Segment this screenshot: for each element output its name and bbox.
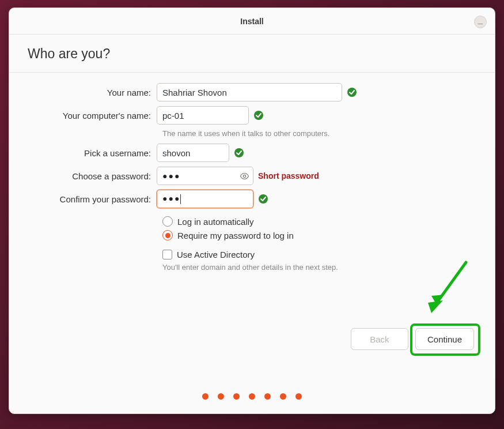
page-header: Who are you? bbox=[9, 35, 495, 73]
svg-point-2 bbox=[234, 148, 244, 157]
check-icon bbox=[258, 194, 268, 204]
confirm-password-mask: ●●● bbox=[162, 194, 249, 204]
progress-dot bbox=[249, 393, 255, 400]
show-password-icon[interactable] bbox=[239, 171, 249, 181]
password-mask: ●●● bbox=[162, 171, 237, 180]
check-icon bbox=[253, 110, 264, 121]
confirm-password-label: Confirm your password: bbox=[21, 194, 157, 204]
back-button[interactable]: Back bbox=[351, 328, 408, 350]
username-label: Pick a username: bbox=[21, 148, 157, 158]
page-title: Who are you? bbox=[28, 46, 476, 62]
radio-icon bbox=[162, 216, 173, 227]
confirm-password-input[interactable]: ●●● bbox=[157, 190, 253, 208]
login-require-radio[interactable]: Require my password to log in bbox=[162, 230, 483, 240]
login-auto-label: Log in automatically bbox=[177, 217, 254, 227]
button-row: Back Continue bbox=[351, 328, 474, 350]
checkbox-icon bbox=[162, 250, 172, 259]
progress-dot bbox=[264, 393, 271, 400]
computer-name-help: The name it uses when it talks to other … bbox=[162, 129, 483, 138]
computer-name-label: Your computer's name: bbox=[21, 111, 157, 121]
progress-dot bbox=[280, 393, 286, 400]
progress-dot bbox=[218, 393, 224, 400]
progress-dot bbox=[295, 393, 302, 400]
form-area: Your name: Your computer's name: The nam… bbox=[9, 73, 495, 413]
username-input[interactable] bbox=[157, 144, 229, 162]
name-input[interactable] bbox=[157, 83, 342, 101]
radio-icon bbox=[162, 230, 173, 240]
active-directory-help: You'll enter domain and other details in… bbox=[162, 263, 483, 272]
installer-window: Install _ Who are you? Your name: Your c… bbox=[9, 7, 495, 414]
window-title: Install bbox=[240, 17, 263, 26]
password-label: Choose a password: bbox=[21, 171, 157, 181]
progress-dots bbox=[9, 393, 495, 400]
continue-button[interactable]: Continue bbox=[415, 328, 474, 350]
svg-point-4 bbox=[259, 194, 268, 204]
active-directory-checkbox[interactable]: Use Active Directory bbox=[162, 250, 483, 259]
titlebar: Install _ bbox=[9, 8, 495, 35]
check-icon bbox=[234, 148, 244, 158]
minimize-button[interactable]: _ bbox=[474, 16, 487, 28]
check-icon bbox=[347, 87, 357, 97]
progress-dot bbox=[233, 393, 240, 400]
computer-name-input[interactable] bbox=[157, 106, 249, 125]
password-input[interactable]: ●●● bbox=[157, 167, 253, 185]
svg-point-0 bbox=[347, 88, 357, 97]
svg-point-1 bbox=[254, 111, 263, 120]
login-require-label: Require my password to log in bbox=[177, 231, 294, 240]
password-strength: Short password bbox=[258, 171, 319, 180]
progress-dot bbox=[202, 393, 209, 400]
name-label: Your name: bbox=[21, 88, 157, 97]
login-auto-radio[interactable]: Log in automatically bbox=[162, 216, 483, 227]
active-directory-label: Use Active Directory bbox=[177, 250, 255, 259]
svg-point-3 bbox=[243, 175, 245, 177]
